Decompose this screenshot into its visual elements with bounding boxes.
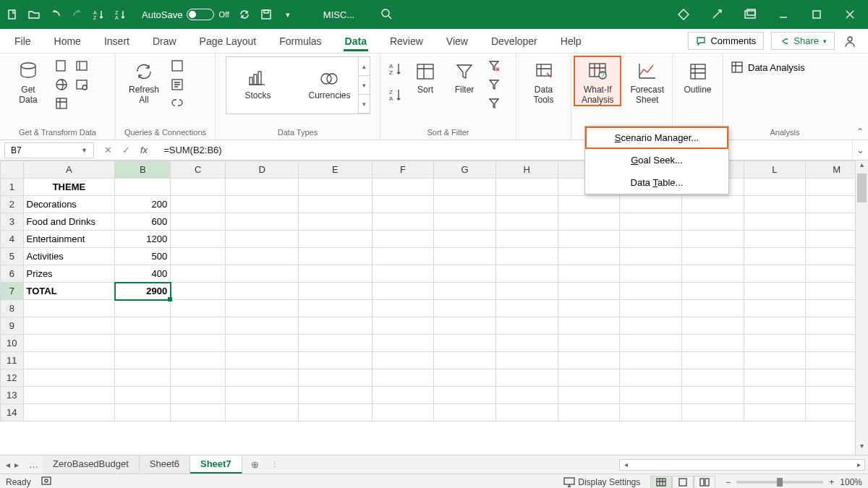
hscroll-left-icon[interactable]: ◂ bbox=[620, 461, 631, 468]
cell-E1[interactable] bbox=[299, 179, 372, 196]
col-header-F[interactable]: F bbox=[372, 161, 434, 179]
tab-developer[interactable]: Developer bbox=[490, 31, 539, 51]
filter-button[interactable]: Filter bbox=[447, 56, 482, 95]
cell-B4[interactable]: 1200 bbox=[115, 231, 171, 248]
fx-icon[interactable]: fx bbox=[140, 145, 148, 155]
cell-F3[interactable] bbox=[372, 213, 434, 231]
cell-E7[interactable] bbox=[299, 283, 372, 300]
cell-D8[interactable] bbox=[226, 300, 299, 317]
sort-button[interactable]: Sort bbox=[408, 56, 443, 95]
tab-page-layout[interactable]: Page Layout bbox=[198, 31, 258, 51]
cell-H10[interactable] bbox=[495, 335, 558, 352]
cell-L1[interactable] bbox=[744, 179, 806, 196]
redo-icon[interactable] bbox=[71, 8, 84, 21]
row-header-2[interactable]: 2 bbox=[1, 196, 24, 213]
macro-record-icon[interactable] bbox=[41, 476, 53, 488]
user-avatar-icon[interactable] bbox=[842, 33, 858, 49]
cell-F4[interactable] bbox=[372, 231, 434, 248]
cell-G8[interactable] bbox=[434, 300, 496, 317]
cell-C1[interactable] bbox=[171, 179, 226, 196]
cell-I9[interactable] bbox=[558, 317, 620, 335]
cell-B12[interactable] bbox=[115, 369, 171, 387]
cell-B2[interactable]: 200 bbox=[115, 196, 171, 213]
row-header-13[interactable]: 13 bbox=[1, 387, 24, 404]
zoom-slider[interactable] bbox=[736, 481, 823, 484]
row-header-12[interactable]: 12 bbox=[1, 369, 24, 387]
cell-J3[interactable] bbox=[620, 213, 682, 231]
cell-H6[interactable] bbox=[495, 265, 558, 283]
share-button[interactable]: Share ▾ bbox=[771, 32, 835, 50]
cell-K14[interactable] bbox=[681, 404, 744, 421]
cell-K9[interactable] bbox=[681, 317, 744, 335]
accept-formula-icon[interactable]: ✓ bbox=[122, 145, 130, 155]
cell-B5[interactable]: 500 bbox=[115, 248, 171, 265]
cell-D2[interactable] bbox=[226, 196, 299, 213]
cell-F1[interactable] bbox=[372, 179, 434, 196]
cell-F8[interactable] bbox=[372, 300, 434, 317]
cell-K8[interactable] bbox=[681, 300, 744, 317]
col-header-B[interactable]: B bbox=[115, 161, 171, 179]
tab-insert[interactable]: Insert bbox=[103, 31, 131, 51]
stocks-button[interactable]: Stocks bbox=[244, 70, 271, 100]
cell-J12[interactable] bbox=[620, 369, 682, 387]
cell-L14[interactable] bbox=[744, 404, 806, 421]
select-all-corner[interactable] bbox=[1, 161, 24, 179]
advanced-icon[interactable] bbox=[486, 95, 502, 111]
autosave-toggle[interactable]: AutoSave Off bbox=[142, 9, 229, 20]
cell-L12[interactable] bbox=[744, 369, 806, 387]
cell-G11[interactable] bbox=[434, 352, 496, 369]
cell-D12[interactable] bbox=[226, 369, 299, 387]
cell-I7[interactable] bbox=[558, 283, 620, 300]
row-header-4[interactable]: 4 bbox=[1, 231, 24, 248]
row-header-8[interactable]: 8 bbox=[1, 300, 24, 317]
cell-E2[interactable] bbox=[299, 196, 372, 213]
minimize-icon[interactable] bbox=[777, 8, 790, 21]
cell-E9[interactable] bbox=[299, 317, 372, 335]
cell-B13[interactable] bbox=[115, 387, 171, 404]
cell-K13[interactable] bbox=[681, 387, 744, 404]
cell-F6[interactable] bbox=[372, 265, 434, 283]
cell-J6[interactable] bbox=[620, 265, 682, 283]
cell-K11[interactable] bbox=[681, 352, 744, 369]
cell-E11[interactable] bbox=[299, 352, 372, 369]
cell-C3[interactable] bbox=[171, 213, 226, 231]
cell-D7[interactable] bbox=[226, 283, 299, 300]
properties-icon[interactable] bbox=[169, 77, 185, 93]
gallery-more-icon[interactable]: ▾ bbox=[359, 95, 370, 114]
cell-B6[interactable]: 400 bbox=[115, 265, 171, 283]
page-break-view-button[interactable] bbox=[694, 476, 715, 489]
cell-B7[interactable]: 2900 bbox=[115, 283, 171, 300]
cell-D5[interactable] bbox=[226, 248, 299, 265]
cell-K10[interactable] bbox=[681, 335, 744, 352]
from-table-icon[interactable] bbox=[54, 95, 69, 111]
cell-H7[interactable] bbox=[495, 283, 558, 300]
tab-view[interactable]: View bbox=[445, 31, 469, 51]
recent-sources-icon[interactable] bbox=[74, 58, 90, 74]
cell-L6[interactable] bbox=[744, 265, 806, 283]
scenario-manager-item[interactable]: Scenario Manager... bbox=[585, 127, 728, 149]
cell-H8[interactable] bbox=[495, 300, 558, 317]
cell-G14[interactable] bbox=[434, 404, 496, 421]
cell-E3[interactable] bbox=[299, 213, 372, 231]
cell-F7[interactable] bbox=[372, 283, 434, 300]
get-data-button[interactable]: Get Data bbox=[7, 56, 49, 106]
cell-L4[interactable] bbox=[744, 231, 806, 248]
cell-H9[interactable] bbox=[495, 317, 558, 335]
cell-G13[interactable] bbox=[434, 387, 496, 404]
cell-I14[interactable] bbox=[558, 404, 620, 421]
what-if-analysis-button[interactable]: ? What-If Analysis bbox=[574, 56, 621, 106]
sync-icon[interactable] bbox=[238, 8, 251, 21]
horizontal-scrollbar[interactable]: ◂ ▸ bbox=[619, 459, 865, 471]
cell-K5[interactable] bbox=[681, 248, 744, 265]
cell-L2[interactable] bbox=[744, 196, 806, 213]
cell-B9[interactable] bbox=[115, 317, 171, 335]
tab-nav-prev-icon[interactable]: ◂ bbox=[6, 460, 10, 470]
cell-F12[interactable] bbox=[372, 369, 434, 387]
row-header-5[interactable]: 5 bbox=[1, 248, 24, 265]
cell-J13[interactable] bbox=[620, 387, 682, 404]
maximize-icon[interactable] bbox=[810, 8, 823, 21]
cell-G2[interactable] bbox=[434, 196, 496, 213]
cell-G3[interactable] bbox=[434, 213, 496, 231]
tab-data[interactable]: Data bbox=[344, 31, 368, 51]
cell-A3[interactable]: Food and Drinks bbox=[23, 213, 115, 231]
